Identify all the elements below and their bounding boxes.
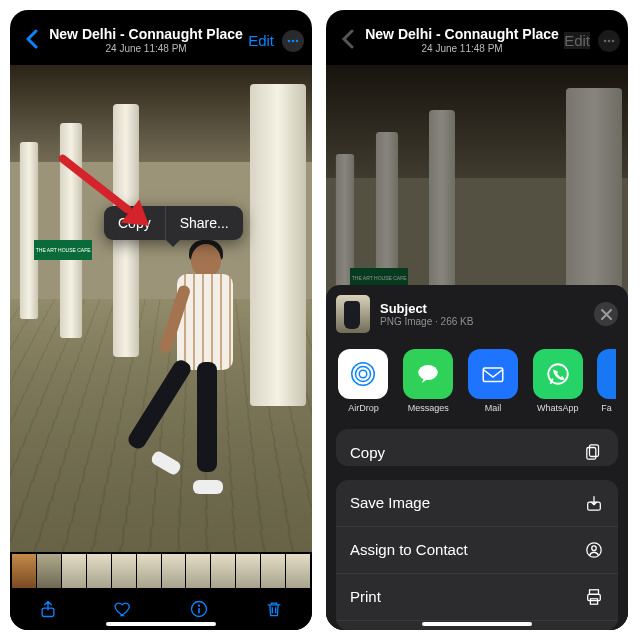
edit-button[interactable]: Edit xyxy=(248,32,274,49)
svg-point-20 xyxy=(592,546,597,551)
action-assign-contact[interactable]: Assign to Contact xyxy=(336,526,618,573)
svg-rect-22 xyxy=(588,594,601,600)
svg-point-1 xyxy=(292,39,295,42)
action-copy[interactable]: Copy xyxy=(336,429,618,466)
share-app-messages[interactable]: Messages xyxy=(403,349,454,413)
info-icon[interactable] xyxy=(188,598,210,620)
svg-rect-16 xyxy=(590,445,599,457)
svg-point-0 xyxy=(288,39,291,42)
header-title: New Delhi - Connaught Place 24 June 11:4… xyxy=(360,27,564,53)
photo-viewport[interactable]: THE ART HOUSE CAFE xyxy=(10,65,312,552)
photo-location: New Delhi - Connaught Place xyxy=(360,27,564,42)
cafe-sign: THE ART HOUSE CAFE xyxy=(34,240,92,260)
whatsapp-icon xyxy=(533,349,583,399)
share-actions-group-2: Save Image Assign to Contact Print Add t… xyxy=(336,480,618,630)
share-app-airdrop[interactable]: AirDrop xyxy=(338,349,389,413)
svg-point-2 xyxy=(296,39,299,42)
more-menu-icon[interactable] xyxy=(282,30,304,52)
share-icon[interactable] xyxy=(37,598,59,620)
svg-point-13 xyxy=(418,365,438,380)
svg-point-8 xyxy=(608,39,611,42)
svg-rect-21 xyxy=(590,590,599,595)
airdrop-icon xyxy=(338,349,388,399)
svg-point-9 xyxy=(612,39,615,42)
photo-datetime: 24 June 11:48 PM xyxy=(44,43,248,54)
header-title: New Delhi - Connaught Place 24 June 11:4… xyxy=(44,27,248,53)
share-app-whatsapp[interactable]: WhatsApp xyxy=(532,349,583,413)
back-chevron-icon xyxy=(334,27,360,55)
subject-name: Subject xyxy=(380,301,584,316)
home-indicator[interactable] xyxy=(422,622,532,626)
svg-rect-6 xyxy=(198,608,200,613)
svg-rect-17 xyxy=(587,448,596,460)
close-icon[interactable] xyxy=(594,302,618,326)
share-app-partial[interactable]: Fa xyxy=(597,349,616,413)
context-share[interactable]: Share... xyxy=(165,206,243,240)
share-apps-row[interactable]: AirDrop Messages Mail WhatsApp xyxy=(336,343,618,415)
facebook-icon xyxy=(597,349,616,399)
messages-icon xyxy=(403,349,453,399)
svg-rect-23 xyxy=(590,599,597,604)
trash-icon[interactable] xyxy=(263,598,285,620)
subject-detail: PNG Image · 266 KB xyxy=(380,316,584,327)
share-app-mail[interactable]: Mail xyxy=(468,349,519,413)
home-indicator[interactable] xyxy=(106,622,216,626)
more-menu-icon xyxy=(598,30,620,52)
photo-datetime: 24 June 11:48 PM xyxy=(360,43,564,54)
share-sheet: Subject PNG Image · 266 KB AirDrop Messa… xyxy=(326,285,628,630)
subject-thumbnail xyxy=(336,295,370,333)
photos-header: New Delhi - Connaught Place 24 June 11:4… xyxy=(10,10,312,65)
share-sheet-header: Subject PNG Image · 266 KB xyxy=(336,295,618,333)
print-icon xyxy=(584,587,604,607)
svg-point-7 xyxy=(604,39,607,42)
action-save-image[interactable]: Save Image xyxy=(336,480,618,526)
svg-point-10 xyxy=(360,370,368,378)
thumbnail-strip[interactable] xyxy=(10,554,312,588)
mail-icon xyxy=(468,349,518,399)
photo-location: New Delhi - Connaught Place xyxy=(44,27,248,42)
copy-icon xyxy=(584,442,604,462)
svg-point-11 xyxy=(356,367,371,382)
svg-rect-14 xyxy=(483,368,503,382)
favorite-icon[interactable] xyxy=(112,598,134,620)
action-print[interactable]: Print xyxy=(336,573,618,620)
photo-subject[interactable] xyxy=(167,244,245,494)
edit-button: Edit xyxy=(564,32,590,49)
svg-point-5 xyxy=(198,605,200,607)
share-actions-group-1: Copy xyxy=(336,429,618,466)
left-screenshot: New Delhi - Connaught Place 24 June 11:4… xyxy=(10,10,312,630)
right-screenshot: New Delhi - Connaught Place 24 June 11:4… xyxy=(326,10,628,630)
contact-icon xyxy=(584,540,604,560)
photos-header: New Delhi - Connaught Place 24 June 11:4… xyxy=(326,10,628,65)
download-icon xyxy=(584,493,604,513)
back-chevron-icon[interactable] xyxy=(18,27,44,55)
